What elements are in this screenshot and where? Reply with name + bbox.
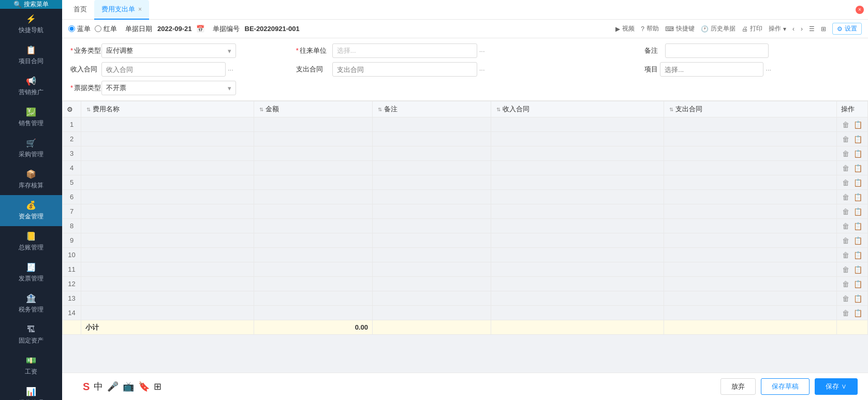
row-expense-contract-3[interactable] [664,146,836,161]
sidebar-item-invoice[interactable]: 🧾 发票管理 [0,257,62,288]
row-remark-11[interactable] [372,262,491,277]
row-copy-icon-6[interactable]: 📋 [854,193,862,201]
row-delete-icon-12[interactable]: 🗑 [842,280,849,288]
row-amount-6[interactable] [254,190,373,204]
footer-screen-icon[interactable]: 📺 [123,381,134,392]
row-expense-name-2[interactable] [81,132,254,146]
row-remark-7[interactable] [372,204,491,219]
save-button[interactable]: 保存 ∨ [815,378,858,395]
row-delete-icon-2[interactable]: 🗑 [842,135,849,143]
remark-sort-icon[interactable]: ⇅ [378,107,382,112]
row-amount-11[interactable] [254,262,373,277]
expense-contract-more-icon[interactable]: ··· [479,66,485,73]
row-expense-contract-1[interactable] [664,117,836,132]
sidebar-item-tax[interactable]: 🏦 税务管理 [0,288,62,319]
sidebar-item-marketing[interactable]: 📢 营销推广 [0,71,62,102]
row-amount-12[interactable] [254,277,373,291]
row-expense-contract-9[interactable] [664,233,836,248]
row-remark-5[interactable] [372,175,491,190]
nav-next-button[interactable]: › [801,25,803,33]
sidebar-item-biz-mgmt[interactable]: 📊 经营管理 [0,381,62,400]
row-delete-icon-3[interactable]: 🗑 [842,150,849,158]
row-copy-icon-7[interactable]: 📋 [854,208,862,216]
grid-view-button[interactable]: ⊞ [821,25,826,33]
income-contract-sort-icon[interactable]: ⇅ [496,107,501,112]
date-value[interactable]: 2022-09-21 [157,25,192,33]
sidebar-item-ledger[interactable]: 📒 总账管理 [0,226,62,257]
row-income-contract-11[interactable] [491,262,664,277]
row-delete-icon-10[interactable]: 🗑 [842,251,849,259]
sidebar-item-quick-nav[interactable]: ⚡ 快捷导航 [0,9,62,40]
row-remark-14[interactable] [372,306,491,320]
row-amount-3[interactable] [254,146,373,161]
row-remark-6[interactable] [372,190,491,204]
row-remark-1[interactable] [372,117,491,132]
row-expense-name-1[interactable] [81,117,254,132]
row-income-contract-13[interactable] [491,291,664,306]
row-delete-icon-9[interactable]: 🗑 [842,236,849,245]
row-expense-contract-2[interactable] [664,132,836,146]
search-menu-button[interactable]: 🔍 搜索菜单 [0,0,62,9]
row-amount-13[interactable] [254,291,373,306]
row-expense-name-5[interactable] [81,175,254,190]
print-button[interactable]: 🖨 打印 [742,24,762,33]
sidebar-item-fund-mgmt[interactable]: 💰 资金管理 [0,195,62,226]
table-scroll-area[interactable]: ⚙ ⇅ 费用名称 ⇅ 金额 ⇅ 备注 [62,101,868,373]
footer-s-icon[interactable]: S [83,381,90,393]
row-copy-icon-4[interactable]: 📋 [854,164,862,172]
row-expense-name-12[interactable] [81,277,254,291]
sidebar-item-fixed-assets[interactable]: 🏗 固定资产 [0,319,62,350]
help-button[interactable]: ? 帮助 [641,24,659,33]
expense-name-sort-icon[interactable]: ⇅ [86,107,91,112]
row-income-contract-4[interactable] [491,161,664,175]
row-delete-icon-11[interactable]: 🗑 [842,265,849,274]
row-expense-name-10[interactable] [81,248,254,262]
row-income-contract-2[interactable] [491,132,664,146]
row-expense-name-8[interactable] [81,219,254,233]
row-amount-14[interactable] [254,306,373,320]
row-income-contract-9[interactable] [491,233,664,248]
row-expense-name-3[interactable] [81,146,254,161]
project-input[interactable] [660,62,763,77]
row-remark-13[interactable] [372,291,491,306]
row-amount-9[interactable] [254,233,373,248]
project-more-icon[interactable]: ··· [766,66,771,73]
row-expense-contract-11[interactable] [664,262,836,277]
row-delete-icon-14[interactable]: 🗑 [842,309,849,317]
sidebar-item-project-contract[interactable]: 📋 项目合同 [0,40,62,71]
row-income-contract-7[interactable] [491,204,664,219]
row-amount-10[interactable] [254,248,373,262]
blue-radio-input[interactable] [68,25,75,32]
setting-button[interactable]: ⚙ 设置 [832,23,862,35]
sidebar-item-purchase-mgmt[interactable]: 🛒 采购管理 [0,133,62,164]
row-copy-icon-3[interactable]: 📋 [854,150,862,158]
row-income-contract-10[interactable] [491,248,664,262]
row-expense-contract-6[interactable] [664,190,836,204]
row-copy-icon-5[interactable]: 📋 [854,179,862,187]
row-copy-icon-2[interactable]: 📋 [854,135,862,143]
row-amount-8[interactable] [254,219,373,233]
row-remark-3[interactable] [372,146,491,161]
row-income-contract-8[interactable] [491,219,664,233]
row-remark-9[interactable] [372,233,491,248]
row-expense-contract-13[interactable] [664,291,836,306]
biz-type-select[interactable]: 应付调整 ▾ [101,43,236,58]
video-button[interactable]: ▶ 视频 [615,24,635,33]
row-expense-name-7[interactable] [81,204,254,219]
row-copy-icon-12[interactable]: 📋 [854,280,862,288]
operate-button[interactable]: 操作 ▾ [769,24,786,33]
row-amount-5[interactable] [254,175,373,190]
row-expense-name-6[interactable] [81,190,254,204]
row-income-contract-5[interactable] [491,175,664,190]
list-view-button[interactable]: ☰ [809,25,815,33]
tab-close-icon[interactable]: × [138,6,142,13]
discard-button[interactable]: 放弃 [720,378,756,395]
row-expense-contract-5[interactable] [664,175,836,190]
row-amount-2[interactable] [254,132,373,146]
row-copy-icon-11[interactable]: 📋 [854,265,862,274]
row-copy-icon-1[interactable]: 📋 [854,121,862,129]
row-expense-name-14[interactable] [81,306,254,320]
row-remark-4[interactable] [372,161,491,175]
nav-prev-button[interactable]: ‹ [792,25,795,33]
row-delete-icon-4[interactable]: 🗑 [842,164,849,172]
